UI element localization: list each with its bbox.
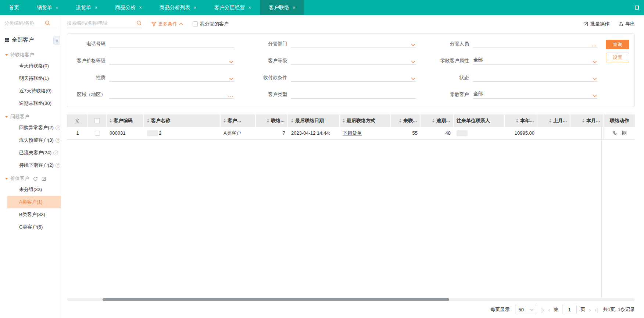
filter-field-control[interactable]: [291, 91, 416, 99]
column-header-last_month[interactable]: 上月...: [537, 114, 570, 127]
question-icon[interactable]: ?: [56, 163, 60, 168]
filter-field-control[interactable]: 全部: [473, 91, 598, 99]
question-icon[interactable]: ?: [56, 126, 60, 130]
sort-icon[interactable]: [549, 119, 551, 123]
filter-field-control[interactable]: [109, 40, 234, 48]
chevron-down-icon[interactable]: [229, 77, 233, 80]
sidebar-item[interactable]: 今天待联络(0): [7, 60, 61, 72]
column-header-contact_person[interactable]: 往来单位联系人: [454, 114, 505, 127]
sort-icon[interactable]: [343, 119, 345, 123]
tab-item[interactable]: 客户分层经营×: [205, 0, 260, 15]
sort-icon[interactable]: [223, 119, 226, 123]
close-icon[interactable]: ×: [95, 5, 98, 10]
sort-icon[interactable]: [432, 119, 434, 123]
edit-icon[interactable]: [42, 176, 46, 181]
export-button[interactable]: 导出: [618, 21, 635, 27]
column-header-grade[interactable]: 客户...: [221, 114, 256, 127]
close-icon[interactable]: ×: [248, 5, 251, 10]
sort-icon[interactable]: [582, 119, 584, 123]
first-page-button[interactable]: |‹: [541, 307, 545, 313]
row-checkbox[interactable]: [95, 131, 100, 136]
search-icon[interactable]: [45, 20, 50, 26]
column-header-this_month[interactable]: 本月...: [570, 114, 604, 127]
ellipsis-icon[interactable]: ...: [228, 92, 234, 98]
sort-icon[interactable]: [516, 119, 518, 123]
filter-field-control[interactable]: [291, 57, 416, 65]
filter-field-control[interactable]: ...: [109, 91, 234, 99]
column-header-last_way[interactable]: 最后联络方式: [340, 114, 391, 127]
chevron-down-icon[interactable]: [411, 60, 415, 63]
sidebar-item[interactable]: 逾期未联络(30): [7, 97, 61, 110]
category-search-input[interactable]: [4, 20, 45, 26]
contact-way-link[interactable]: 下销货单: [343, 130, 362, 137]
column-header-contact_count[interactable]: 联络...: [256, 114, 288, 127]
grid-actions-icon[interactable]: [622, 131, 627, 136]
column-header-no_contact[interactable]: 未联...: [391, 114, 421, 127]
customer-search-input[interactable]: [67, 20, 136, 26]
sidebar-item-all-customers[interactable]: 全部客户: [0, 32, 61, 48]
scrollbar-thumb[interactable]: [103, 298, 449, 301]
filter-field-control[interactable]: [291, 74, 416, 82]
close-icon[interactable]: ×: [194, 5, 197, 10]
search-icon[interactable]: [136, 20, 142, 26]
close-icon[interactable]: ×: [56, 5, 58, 10]
tab-home[interactable]: 首页: [0, 0, 28, 15]
sidebar-item[interactable]: 明天待联络(1): [7, 72, 61, 85]
filter-field-control[interactable]: [109, 57, 234, 65]
horizontal-scrollbar[interactable]: [67, 298, 635, 301]
chevron-down-icon[interactable]: [411, 43, 415, 46]
column-header-overdue[interactable]: 逾期...: [421, 114, 454, 127]
last-page-button[interactable]: ›|: [594, 307, 598, 313]
gear-icon[interactable]: [75, 118, 80, 124]
table-row[interactable]: 10000312A类客户72023-04-12 14:44:下销货单554810…: [67, 127, 635, 139]
select-all-checkbox[interactable]: [94, 118, 100, 123]
query-button[interactable]: 查询: [606, 40, 629, 49]
chevron-down-icon[interactable]: [593, 77, 597, 80]
column-header-actions[interactable]: 联络动作: [604, 114, 635, 127]
close-icon[interactable]: ×: [293, 5, 296, 10]
column-header-name[interactable]: 客户名称: [144, 114, 221, 127]
window-icon[interactable]: [635, 6, 639, 10]
tab-item[interactable]: 销货单×: [28, 0, 67, 15]
chevron-down-icon[interactable]: [229, 60, 233, 63]
page-number-input[interactable]: [562, 305, 577, 314]
filter-field-control[interactable]: [109, 74, 234, 82]
chevron-down-icon[interactable]: [593, 60, 597, 63]
tab-item[interactable]: 进货单×: [67, 0, 107, 15]
sort-icon[interactable]: [110, 119, 112, 123]
ellipsis-icon[interactable]: ...: [591, 42, 597, 47]
sidebar-item[interactable]: B类客户(33): [7, 208, 61, 221]
column-header-code[interactable]: 客户编码: [107, 114, 144, 127]
filter-field-control[interactable]: ...: [473, 40, 598, 48]
more-filters-toggle[interactable]: 更多条件: [151, 21, 183, 27]
refresh-icon[interactable]: [33, 176, 38, 181]
chevron-down-icon[interactable]: [411, 77, 415, 80]
my-customers-filter[interactable]: 我分管的客户: [193, 21, 229, 27]
sidebar-item[interactable]: C类客户(6): [7, 221, 61, 233]
sidebar-item[interactable]: 近7天待联络(0): [7, 85, 61, 97]
column-header-last_date[interactable]: 最后联络日期: [288, 114, 340, 127]
column-header-settings[interactable]: [67, 114, 88, 127]
sidebar-item[interactable]: 已流失客户(24)?: [7, 146, 61, 159]
sidebar-item[interactable]: 流失预警客户(3)?: [7, 134, 61, 146]
chevron-down-icon[interactable]: [593, 94, 597, 97]
next-page-button[interactable]: ›: [589, 307, 591, 313]
filter-field-control[interactable]: 全部: [473, 57, 598, 65]
filter-field-control[interactable]: [291, 40, 416, 48]
tab-item[interactable]: 客户联络×: [260, 0, 304, 15]
sidebar-item[interactable]: A类客户(1): [7, 196, 61, 208]
sort-icon[interactable]: [147, 119, 149, 123]
sidebar-group-header[interactable]: 价值客户: [0, 172, 61, 183]
tab-item[interactable]: 商品分析×: [106, 0, 151, 15]
sidebar-item[interactable]: 持续下滑客户(2)?: [7, 159, 61, 172]
sort-icon[interactable]: [399, 119, 401, 123]
sidebar-group-header[interactable]: 问题客户: [0, 110, 61, 121]
filter-field-control[interactable]: [473, 74, 598, 82]
my-customers-checkbox[interactable]: [193, 21, 198, 26]
question-icon[interactable]: ?: [56, 138, 60, 143]
sidebar-collapse-button[interactable]: «: [53, 36, 60, 45]
sidebar-group-header[interactable]: 待联络客户: [0, 48, 61, 60]
sort-icon[interactable]: [291, 119, 293, 123]
per-page-select[interactable]: 50: [515, 305, 536, 314]
close-icon[interactable]: ×: [139, 5, 142, 10]
